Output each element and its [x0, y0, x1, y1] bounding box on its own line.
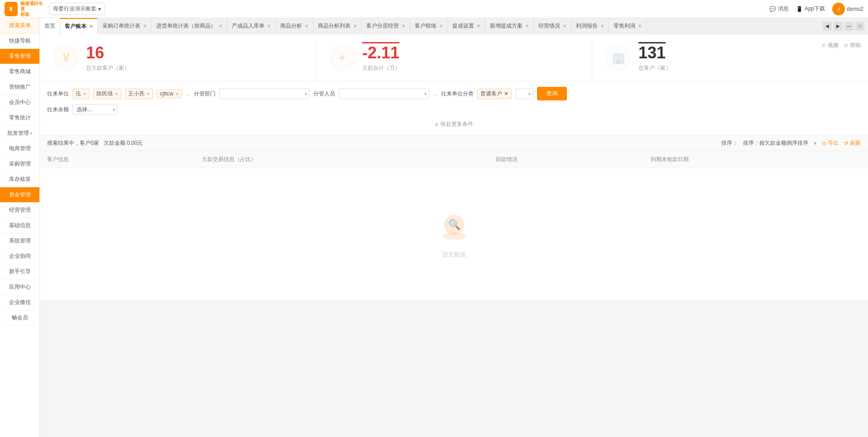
sidebar-item-retail-stats[interactable]: 零售统计 — [0, 110, 39, 126]
filter-tag-cjttcw[interactable]: cjttcw ✕ — [157, 89, 182, 98]
sidebar-item-app-center[interactable]: 应用中心 — [0, 280, 39, 295]
empty-state-cell: 🔍 暂无数据 — [40, 168, 868, 300]
sidebar-item-retail-mall[interactable]: 零售商城 — [0, 64, 39, 80]
sidebar-item-retail-mgmt[interactable]: 零售管理 — [0, 49, 39, 64]
empty-state: 🔍 暂无数据 — [47, 173, 861, 295]
sidebar-item-marketing[interactable]: 营销推广 — [0, 80, 39, 95]
sidebar-item-basic-info[interactable]: 基础信息 — [0, 218, 39, 233]
tab-product-analysis-list[interactable]: 商品分析列表 ✕ — [313, 18, 362, 34]
close-icon[interactable]: ✕ — [638, 24, 642, 28]
video-help-btn[interactable]: ⊙ 视频 — [821, 42, 838, 49]
close-icon[interactable]: ✕ — [83, 91, 86, 96]
sidebar-item-member2[interactable]: 畅会员 — [0, 310, 39, 326]
close-icon[interactable]: ✕ — [563, 24, 566, 28]
col-header-debt: 欠款交易信息（占比） — [195, 151, 489, 168]
empty-state-icon: 🔍 — [436, 209, 472, 245]
sidebar: 搜索菜单 快捷导航 零售管理 零售商城 营销推广 会员中心 零售统计 批发管理 — [0, 18, 40, 437]
close-icon[interactable]: ✕ — [600, 24, 604, 28]
sidebar-item-inventory[interactable]: 库存核算 — [0, 172, 39, 187]
logo-area: ¥ 畅捷通好生意 标版 — [5, 1, 44, 17]
tab-product-inbound[interactable]: 产成品入库单 ✕ — [227, 18, 276, 34]
filter-tag-normal-customer[interactable]: 普通客户 ✕ — [477, 89, 512, 99]
close-icon[interactable]: ✕ — [525, 24, 529, 28]
sidebar-item-quick-nav[interactable]: 快捷导航 — [0, 33, 39, 49]
close-icon[interactable]: ✕ — [353, 24, 357, 28]
results-bar: 搜索结果中，客户0家 欠款金额 0.00元 排序： 排序：按欠款金额倒序排序 ▾… — [40, 136, 868, 151]
stat-icon-diamond: ✦ — [330, 45, 355, 71]
category-select[interactable] — [515, 88, 533, 99]
col-header-repay: 回款情况 — [489, 151, 643, 168]
tab-operations[interactable]: 经营情况 ✕ — [534, 18, 571, 34]
tab-purchase-order-stats[interactable]: 采购订单统计表 ✕ — [98, 18, 152, 34]
sidebar-item-finance[interactable]: 资金管理 — [0, 187, 39, 203]
tab-retail-profit[interactable]: 零售利润 ✕ — [609, 18, 647, 34]
tab-commission-settings[interactable]: 提成设置 ✕ — [448, 18, 485, 34]
close-icon[interactable]: ✕ — [143, 24, 147, 28]
tab-purchase-stats[interactable]: 进货单统计表（按商品） ✕ — [152, 18, 227, 34]
filter-tag-wu[interactable]: 伍 ✕ — [72, 89, 90, 99]
sidebar-item-collab[interactable]: 企业协同 — [0, 249, 39, 264]
stat-value-customers: 16 — [86, 43, 129, 62]
sidebar-item-wechat[interactable]: 企业微信 — [0, 295, 39, 310]
sidebar-item-operations[interactable]: 经营管理 — [0, 203, 39, 218]
workspace-selector[interactable]: 母婴行业演示账套 ▾ — [49, 3, 105, 15]
export-button[interactable]: ⊙ 导出 — [822, 139, 839, 147]
app-download-button[interactable]: 📱 App下载 — [796, 5, 825, 13]
col-header-customer: 客户信息 — [40, 151, 195, 168]
tab-customer-tier[interactable]: 客户分层经营 ✕ — [362, 18, 410, 34]
close-icon[interactable]: ✕ — [305, 24, 308, 28]
tab-scroll-left[interactable]: ◀ — [823, 22, 832, 31]
sidebar-search[interactable]: 搜索菜单 — [0, 18, 39, 33]
help-btn[interactable]: ⊙ 帮助 — [844, 42, 861, 49]
filter-tag-wang[interactable]: 王小亮 ✕ — [125, 89, 153, 99]
collapse-filter-button[interactable]: ∧ 收起更多条件 — [47, 119, 861, 130]
refresh-button[interactable]: ⟳ 刷新 — [844, 139, 861, 147]
chevron-icon: ▾ — [30, 131, 32, 136]
tab-customer-ledger[interactable]: 客户账本 ✕ — [60, 18, 98, 34]
sidebar-item-purchase[interactable]: 采购管理 — [0, 157, 39, 172]
sidebar-item-ecommerce[interactable]: 电商管理 — [0, 141, 39, 157]
filter-label-dept: 分管部门 — [194, 90, 216, 98]
tab-home[interactable]: 首页 — [40, 18, 60, 34]
category-select-wrapper: ▾ — [515, 88, 533, 99]
message-icon: 💬 — [769, 6, 776, 12]
balance-select[interactable]: 选择... — [72, 104, 118, 115]
close-icon[interactable]: ✕ — [146, 91, 150, 96]
filter-label-category: 往来单位分类 — [441, 90, 474, 98]
stat-icon-building: 🏢 — [606, 45, 631, 71]
close-icon[interactable]: ✕ — [175, 91, 179, 96]
stat-card-debt: ✦ -2.11 欠款合计（万） — [316, 34, 592, 81]
sidebar-item-guide[interactable]: 新手引导 — [0, 264, 39, 280]
stats-row: ¥ 16 总欠款客户（家） ✦ — [40, 34, 868, 81]
sidebar-item-system[interactable]: 系统管理 — [0, 233, 39, 249]
tab-product-analysis[interactable]: 商品分析 ✕ — [276, 18, 313, 34]
filter-tag-chen[interactable]: 陈民强 ✕ — [93, 89, 121, 99]
sidebar-item-wholesale[interactable]: 批发管理 ▾ — [0, 126, 39, 141]
tab-profit-report[interactable]: 利润报告 ✕ — [571, 18, 609, 34]
close-icon[interactable]: ✕ — [402, 24, 405, 28]
user-avatar-area[interactable]: d demo2 — [832, 3, 863, 15]
close-icon[interactable]: ✕ — [477, 24, 480, 28]
tab-minimize[interactable]: — — [844, 22, 854, 31]
query-button[interactable]: 查询 — [537, 87, 567, 100]
stat-card-customers: ¥ 16 总欠款客户（家） — [40, 34, 316, 81]
stat-icon-money: ¥ — [53, 45, 79, 71]
tab-maximize[interactable]: □ — [855, 22, 864, 31]
person-more-btn[interactable]: ... — [433, 90, 437, 97]
tab-add-commission[interactable]: 新增提成方案 ✕ — [485, 18, 534, 34]
dept-select-wrapper: ▾ — [219, 88, 310, 99]
filter-more-tags[interactable]: ... — [186, 90, 190, 97]
sidebar-item-member[interactable]: 会员中心 — [0, 95, 39, 110]
tab-customer-contact[interactable]: 客户联络 ✕ — [410, 18, 448, 34]
close-icon[interactable]: ✕ — [89, 24, 93, 29]
person-select[interactable] — [339, 88, 429, 99]
close-icon[interactable]: ✕ — [439, 24, 443, 28]
close-icon[interactable]: ✕ — [219, 24, 222, 28]
message-button[interactable]: 💬 消息 — [769, 5, 789, 13]
tab-scroll-right[interactable]: ▶ — [834, 22, 843, 31]
close-icon[interactable]: ✕ — [504, 90, 508, 97]
close-icon[interactable]: ✕ — [267, 24, 271, 28]
dept-select[interactable] — [219, 88, 310, 99]
close-icon[interactable]: ✕ — [115, 91, 118, 96]
empty-state-text: 暂无数据 — [442, 251, 466, 259]
